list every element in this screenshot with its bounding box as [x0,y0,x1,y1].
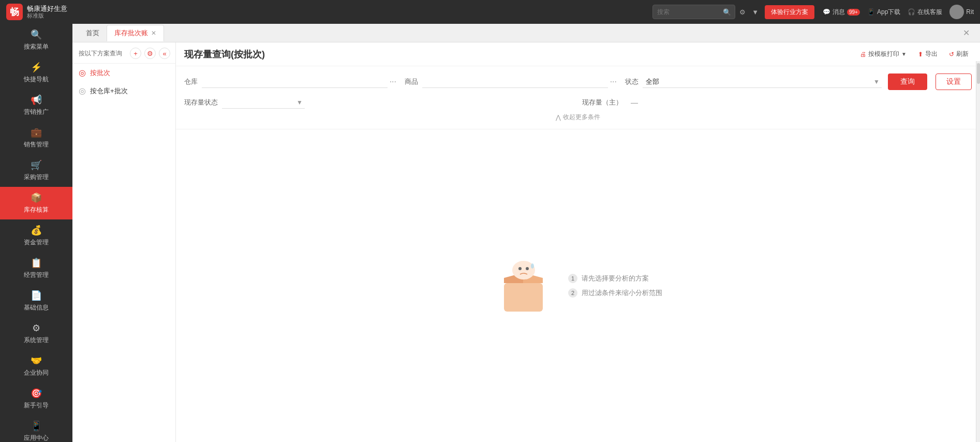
refresh-btn[interactable]: ↺ 刷新 [946,48,972,61]
app-download-btn[interactable]: 📱 App下载 [867,8,900,17]
filter-item-by-warehouse-batch[interactable]: ◎ 按仓库+批次 [72,82,175,100]
topbar-settings-icon[interactable]: ⚙ [739,8,746,16]
empty-state: 1 请先选择要分析的方案 2 用过滤条件来缩小分析范围 [176,129,980,442]
empty-tip-2: 2 用过滤条件来缩小分析范围 [568,288,662,298]
filter-panel: 按以下方案查询 + ⚙ « ◎ 按批次 ◎ 按仓库+批次 [72,42,176,442]
sidebar-item-enterprise[interactable]: 🤝 企业协同 [0,350,72,382]
inventory-status-arrow-icon: ▼ [296,99,303,106]
content-area: 首页 库存批次账 ✕ ✕ 按以下方案查询 + ⚙ « [72,24,980,442]
app-title: 畅康通好生意 标准版 [27,5,67,20]
tab-close-all-icon[interactable]: ✕ [959,28,974,38]
sidebar-item-inventory[interactable]: 📦 库存核算 [0,187,72,219]
sidebar-item-marketing[interactable]: 📢 营销推广 [0,89,72,122]
topbar-dropdown-icon[interactable]: ▼ [752,8,759,16]
inventory-status-select[interactable] [222,96,305,109]
messages-btn[interactable]: 💬 消息 99+ [823,8,860,17]
scrollbar-thumb [977,63,980,84]
sidebar-item-quick-nav[interactable]: ⚡ 快捷导航 [0,56,72,89]
sidebar-item-newbie[interactable]: 🎯 新手引导 [0,382,72,415]
user-avatar[interactable]: Rit [949,5,974,19]
warehouse-input[interactable] [202,76,388,88]
page-header-actions: 🖨 按模板打印 ▼ ⬆ 导出 ↺ 刷新 [857,48,972,61]
system-icon: ⚙ [32,322,40,334]
warehouse-more-icon[interactable]: ··· [390,77,396,86]
print-btn[interactable]: 🖨 按模板打印 ▼ [857,48,910,61]
print-dropdown-icon[interactable]: ▼ [901,51,907,57]
basic-info-icon: 📄 [31,290,42,301]
filter-warehouse-batch-icon: ◎ [79,86,86,96]
filter-settings-btn[interactable]: ⚙ [144,48,156,59]
app-logo: 畅 [6,4,23,20]
marketing-icon: 📢 [31,94,42,106]
status-select-arrow-icon: ▼ [873,78,880,85]
sidebar-item-finance[interactable]: 💰 资金管理 [0,219,72,252]
search-menu-icon: 🔍 [31,29,42,40]
sidebar-item-operation[interactable]: 📋 经营管理 [0,252,72,285]
inventory-qty-field: 现存量（主） — [582,98,972,107]
svg-point-6 [531,263,534,269]
inventory-icon: 📦 [31,192,42,203]
search-row-1: 仓库 ··· 商品 ··· 状态 全部 [184,73,972,90]
tab-bar: 首页 库存批次账 ✕ ✕ [72,24,980,42]
product-field: 商品 ··· [405,76,617,88]
inventory-status-field: 现存量状态 ▼ [184,96,574,109]
operation-icon: 📋 [31,257,42,269]
tab-home[interactable]: 首页 [79,25,107,41]
search-row-2: 现存量状态 ▼ 现存量（主） — [184,96,972,109]
query-btn[interactable]: 查询 [888,73,927,90]
avatar-image [949,5,964,19]
empty-svg [494,255,556,317]
topbar-search-icon: 🔍 [723,8,731,16]
purchase-icon: 🛒 [31,159,42,171]
online-service-btn[interactable]: 🎧 在线客服 [908,8,942,17]
settings-btn[interactable]: 设置 [936,73,972,90]
export-icon: ⬆ [918,51,923,58]
page-header: 现存量查询(按批次) 🖨 按模板打印 ▼ ⬆ 导出 ↺ [176,42,980,66]
export-btn[interactable]: ⬆ 导出 [915,48,941,61]
experience-btn[interactable]: 体验行业方案 [765,5,814,19]
quick-nav-icon: ⚡ [31,62,42,73]
sidebar-item-system[interactable]: ⚙ 系统管理 [0,317,72,350]
filter-item-by-batch[interactable]: ◎ 按批次 [72,64,175,82]
status-field: 状态 全部 正常 冻结 ▼ [625,76,880,88]
collapse-up-icon: ⋀ [556,114,561,121]
search-area: 仓库 ··· 商品 ··· 状态 全部 [176,66,980,129]
topbar: 畅 畅康通好生意 标准版 🔍 ⚙ ▼ 体验行业方案 💬 消息 99+ 📱 App… [0,0,980,24]
refresh-icon: ↺ [949,51,954,58]
tab-close-icon[interactable]: ✕ [151,30,156,37]
empty-tip-1: 1 请先选择要分析的方案 [568,274,662,283]
service-icon: 🎧 [908,8,915,16]
print-icon: 🖨 [860,51,866,58]
svg-point-5 [526,267,529,270]
collapse-conditions-btn[interactable]: ⋀ 收起更多条件 [184,109,972,122]
main-content: 现存量查询(按批次) 🖨 按模板打印 ▼ ⬆ 导出 ↺ [176,42,980,442]
sales-icon: 💼 [31,127,42,138]
download-icon: 📱 [867,8,875,16]
enterprise-icon: 🤝 [31,355,42,366]
newbie-icon: 🎯 [31,388,42,399]
sidebar: 🔍 搜索菜单 ⚡ 快捷导航 📢 营销推广 💼 销售管理 🛒 采购管理 📦 库存核… [0,24,72,442]
filter-collapse-btn[interactable]: « [159,48,170,59]
empty-tips: 1 请先选择要分析的方案 2 用过滤条件来缩小分析范围 [568,274,662,298]
filter-panel-header: 按以下方案查询 + ⚙ « [72,48,175,64]
sidebar-item-search-menu[interactable]: 🔍 搜索菜单 [0,24,72,56]
svg-point-3 [512,261,535,279]
sidebar-item-app-center[interactable]: 📱 应用中心 [0,415,72,442]
filter-add-btn[interactable]: + [130,48,141,59]
sidebar-item-basic-info[interactable]: 📄 基础信息 [0,285,72,317]
page-title: 现存量查询(按批次) [184,48,265,61]
empty-illustration [494,255,556,317]
status-select[interactable]: 全部 正常 冻结 [643,76,882,88]
sidebar-item-purchase[interactable]: 🛒 采购管理 [0,154,72,187]
product-input[interactable] [422,76,608,88]
svg-rect-0 [504,283,543,312]
filter-batch-icon: ◎ [79,68,86,78]
right-scrollbar[interactable] [976,61,980,442]
tab-inventory-batch[interactable]: 库存批次账 ✕ [107,25,164,41]
product-more-icon[interactable]: ··· [610,77,617,86]
warehouse-field: 仓库 ··· [184,76,396,88]
page-content: 按以下方案查询 + ⚙ « ◎ 按批次 ◎ 按仓库+批次 [72,42,980,442]
message-icon: 💬 [823,8,830,16]
sidebar-item-sales[interactable]: 💼 销售管理 [0,122,72,154]
svg-point-4 [518,267,522,270]
